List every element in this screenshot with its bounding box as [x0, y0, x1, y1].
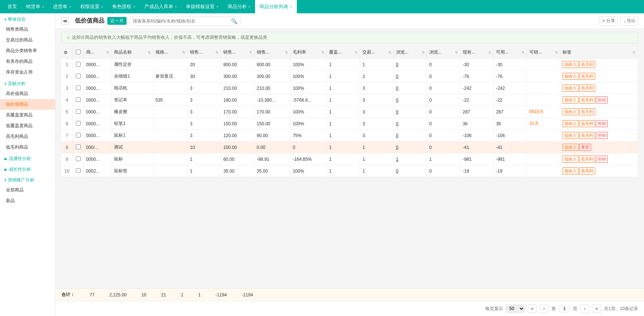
row-name[interactable]: 鼠标垫	[112, 165, 153, 177]
close-purchase-tab[interactable]: ×	[69, 4, 71, 9]
th-coverage[interactable]: 覆盖...⇅	[327, 46, 360, 59]
views1-link[interactable]: 0	[396, 121, 399, 126]
th-settings[interactable]: ⚙	[61, 46, 73, 59]
nav-product-analysis[interactable]: 商品分析 ×	[223, 0, 255, 13]
sidebar-item-high-coverage[interactable]: 高覆盖度商品	[0, 110, 55, 120]
first-page-button[interactable]: «	[528, 304, 537, 313]
sidebar-section-growth[interactable]: ▶ 成长性分析	[0, 163, 55, 174]
export-button[interactable]: ↓ 导出	[621, 16, 638, 26]
th-code[interactable]: 商...⇅	[84, 46, 112, 59]
sidebar-section-contribution[interactable]: ▾ 贡献分析	[0, 78, 55, 88]
select-all-checkbox[interactable]	[76, 50, 81, 54]
row-checkbox-cell[interactable]	[73, 142, 84, 153]
close-product-analysis-list-tab[interactable]: ×	[290, 4, 292, 9]
sidebar-item-high-margin[interactable]: 高毛利商品	[0, 131, 55, 142]
row-name[interactable]: 吴细细1	[112, 71, 153, 82]
row-views1[interactable]: 0	[393, 82, 427, 94]
row-checkbox[interactable]	[76, 109, 81, 114]
nav-purchase[interactable]: 进货单 ×	[48, 0, 76, 13]
time-range-tag[interactable]: 近一月	[107, 17, 127, 25]
row-name[interactable]: 笔记本	[112, 94, 153, 106]
share-button[interactable]: ↗ 分享	[599, 16, 618, 26]
search-icon[interactable]: 🔍	[231, 18, 237, 24]
row-checkbox[interactable]	[76, 133, 81, 137]
th-gross-margin[interactable]: 毛利率⇅	[290, 46, 326, 59]
sidebar-item-high-value[interactable]: 高价值商品	[0, 88, 55, 99]
views1-link[interactable]: 0	[396, 109, 399, 115]
row-name[interactable]: 鼠标	[112, 153, 153, 165]
prev-page-button[interactable]: ‹	[540, 304, 549, 313]
row-name[interactable]: 橡皮擦	[112, 106, 153, 118]
views1-link[interactable]: 0	[396, 169, 399, 174]
sidebar-section-marketing[interactable]: ▾ 营销推广分析	[0, 174, 55, 185]
nav-home[interactable]: 首页	[3, 0, 21, 13]
row-checkbox[interactable]	[76, 97, 81, 102]
row-views1[interactable]: 0	[393, 106, 427, 118]
th-available[interactable]: 可用...⇅	[494, 46, 527, 59]
sidebar-item-low-value[interactable]: 低价值商品	[0, 99, 55, 110]
row-views1[interactable]: 0	[393, 59, 427, 71]
th-views1[interactable]: 浏览...⇅	[393, 46, 427, 59]
row-views1[interactable]: 1	[393, 153, 427, 165]
last-page-button[interactable]: »	[592, 304, 601, 313]
nav-product-entry[interactable]: 产成品入库单 ×	[140, 0, 181, 13]
row-name[interactable]: 属性定价	[112, 59, 153, 71]
row-checkbox-cell[interactable]	[73, 165, 84, 177]
row-name[interactable]: 测试	[112, 142, 153, 153]
row-views1[interactable]: 0	[393, 118, 427, 130]
views1-link[interactable]: 0	[396, 145, 399, 150]
th-sale-qty[interactable]: 销售...⇅	[188, 46, 221, 59]
views1-link[interactable]: 0	[396, 74, 399, 79]
th-name[interactable]: 商品名称⇅	[112, 46, 153, 59]
row-checkbox[interactable]	[76, 121, 81, 126]
th-saleable[interactable]: 可销...⇅	[527, 46, 560, 59]
views1-link[interactable]: 0	[396, 62, 399, 67]
row-views1[interactable]: 0	[393, 142, 427, 153]
row-checkbox-cell[interactable]	[73, 82, 84, 94]
sidebar-item-low-coverage[interactable]: 低覆盖度商品	[0, 120, 55, 131]
close-sales-tab[interactable]: ×	[42, 4, 44, 9]
row-checkbox[interactable]	[76, 168, 81, 173]
views1-link[interactable]: 0	[396, 133, 399, 138]
sidebar-item-new-products[interactable]: 新品	[0, 196, 55, 206]
sidebar-item-traded-products[interactable]: 交易过的商品	[0, 35, 55, 45]
row-checkbox-cell[interactable]	[73, 71, 84, 82]
row-name[interactable]: 铅笔1	[112, 118, 153, 130]
row-views1[interactable]: 0	[393, 130, 427, 142]
th-sale-price[interactable]: 销售...⇅	[221, 46, 254, 59]
close-product-analysis-tab[interactable]: ×	[248, 4, 251, 9]
row-checkbox-cell[interactable]	[73, 94, 84, 106]
row-views1[interactable]: 0	[393, 94, 427, 106]
sidebar-section-circulation[interactable]: ▶ 流通性分析	[0, 153, 55, 163]
th-views2[interactable]: 浏览...⇅	[427, 46, 460, 59]
close-product-entry-tab[interactable]: ×	[175, 4, 177, 9]
views1-link[interactable]: 0	[396, 86, 399, 91]
row-name[interactable]: 电话机	[112, 82, 153, 94]
sidebar-item-category-sales-rate[interactable]: 商品分类销售率	[0, 45, 55, 56]
sidebar-item-stock-capital[interactable]: 库存资金占用	[0, 67, 55, 78]
close-permission-tab[interactable]: ×	[101, 4, 103, 9]
sidebar-item-stock-products[interactable]: 有库存的商品	[0, 56, 55, 67]
page-input[interactable]	[559, 305, 570, 312]
row-views1[interactable]: 0	[393, 71, 427, 82]
views1-link[interactable]: 1	[396, 157, 399, 162]
row-name[interactable]: 鼠标1	[112, 130, 153, 142]
close-role-tab[interactable]: ×	[133, 4, 135, 9]
sidebar-item-low-margin[interactable]: 低毛利商品	[0, 142, 55, 153]
row-checkbox[interactable]	[76, 74, 81, 78]
th-checkbox[interactable]	[73, 46, 84, 59]
sidebar-item-sales-products[interactable]: 销售类商品	[0, 24, 55, 35]
row-views1[interactable]: 0	[393, 165, 427, 177]
row-checkbox-cell[interactable]	[73, 118, 84, 130]
sidebar-item-all-products[interactable]: 全部商品	[0, 185, 55, 196]
th-sale-amount[interactable]: 销售...⇅	[254, 46, 290, 59]
search-input[interactable]	[133, 18, 231, 24]
row-checkbox[interactable]	[76, 62, 81, 67]
views1-link[interactable]: 0	[396, 98, 399, 103]
row-checkbox[interactable]	[76, 85, 81, 90]
th-spec[interactable]: 规格...⇅	[153, 46, 188, 59]
nav-template[interactable]: 单据模板设置 ×	[181, 0, 223, 13]
th-current-stock[interactable]: 现有...⇅	[460, 46, 493, 59]
nav-permission[interactable]: 权限设置 ×	[76, 0, 108, 13]
nav-role[interactable]: 角色授权 ×	[108, 0, 140, 13]
